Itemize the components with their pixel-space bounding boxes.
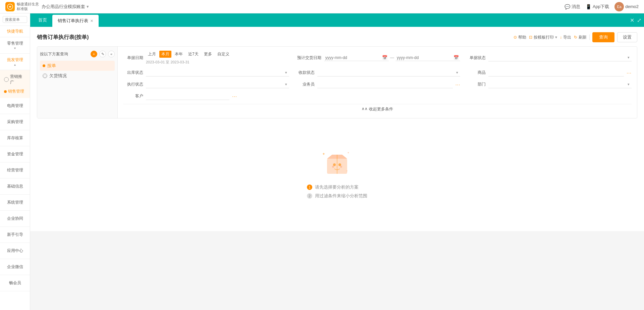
active-dot-icon xyxy=(4,90,7,93)
chevron-down-icon: ▾ xyxy=(87,4,89,9)
app-download-btn[interactable]: 📱 App下载 xyxy=(586,4,609,10)
svg-point-4 xyxy=(338,163,341,166)
message-btn[interactable]: 💬 消息 xyxy=(565,4,580,10)
add-scheme-btn[interactable]: + xyxy=(91,51,97,57)
header-left: 畅捷通好生意 标准版 办公用品行业模拟账套 ▾ xyxy=(5,2,89,11)
filter-row-4: 客户 ··· xyxy=(123,92,632,100)
retail-label: 零售管理 xyxy=(7,41,23,46)
avatar: Ea xyxy=(614,2,624,11)
svg-point-3 xyxy=(333,163,336,166)
customer-input[interactable] xyxy=(146,92,229,100)
delivery-start-input[interactable] xyxy=(325,55,381,60)
execution-label: 执行状态 xyxy=(123,82,143,87)
salesperson-input[interactable] xyxy=(317,81,453,88)
sidebar: 快捷导航 零售管理 ▾ 批发管理 ▴ 营销推广 销售管理 电商管理 采购管理 xyxy=(0,13,30,310)
logo-area: 畅捷通好生意 标准版 xyxy=(5,2,39,11)
sidebar-sub-wholesale: 营销推广 销售管理 xyxy=(0,70,30,98)
search-input[interactable] xyxy=(3,16,27,23)
page-actions: ⊙ 帮助 ⊡ 按模板打印 ▾ ↓ 导出 ↻ xyxy=(514,32,637,42)
sidebar-nav-btn[interactable]: 快捷导航 xyxy=(0,26,30,37)
date-tab-custom[interactable]: 自定义 xyxy=(215,51,231,58)
help-icon: ⊙ xyxy=(514,35,517,40)
customer-more-icon[interactable]: ··· xyxy=(232,94,237,99)
filter-left-icons: + ✎ « xyxy=(91,51,115,57)
logo-icon xyxy=(5,2,15,11)
sidebar-item-vip[interactable]: 畅会员 xyxy=(0,275,30,291)
goods-label: 商品 xyxy=(466,70,486,75)
print-chevron-icon: ▾ xyxy=(555,35,557,40)
filter-field-payment: 收款状态 ▾ xyxy=(294,69,461,76)
salesperson-label: 业务员 xyxy=(294,82,315,87)
filter-scheme-panel: 按以下方案查询 + ✎ « 按单 ◯ xyxy=(37,47,118,118)
circle-icon xyxy=(4,77,9,82)
delivery-end-input[interactable] xyxy=(397,55,452,60)
sidebar-item-ecommerce[interactable]: 电商管理 xyxy=(0,98,30,114)
filter-fields-panel: 单据日期 上月 本月 本年 近7天 更多 自定义 xyxy=(118,47,637,118)
sidebar-item-finance[interactable]: 资金管理 xyxy=(0,146,30,162)
sidebar-item-retail[interactable]: 零售管理 ▾ xyxy=(0,37,30,54)
tab-sales-order[interactable]: 销售订单执行表 ✕ xyxy=(52,15,99,27)
empty-tip-1: 1 请先选择要分析的方案 xyxy=(307,184,367,190)
delivery-date-range: 📅 — 📅 xyxy=(324,54,461,61)
date-tab-this-month[interactable]: 本月 xyxy=(159,51,171,58)
settings-button[interactable]: 设置 xyxy=(617,32,637,42)
collapse-up-icon: ∧∧ xyxy=(362,106,368,112)
refresh-btn[interactable]: ↻ 刷新 xyxy=(574,35,587,40)
user-menu[interactable]: Ea demo2 xyxy=(614,2,639,11)
delivery-date-start[interactable]: 📅 xyxy=(324,54,389,61)
date-tab-last-month[interactable]: 上月 xyxy=(146,51,158,58)
sidebar-item-sales[interactable]: 销售管理 xyxy=(3,87,27,96)
svg-text:✦: ✦ xyxy=(345,169,348,173)
payment-label: 收款状态 xyxy=(294,70,315,75)
svg-text:✦: ✦ xyxy=(347,151,350,154)
sidebar-item-inventory[interactable]: 库存核算 xyxy=(0,130,30,146)
filter-left-header: 按以下方案查询 + ✎ « xyxy=(40,51,115,57)
sidebar-item-operation[interactable]: 经营管理 xyxy=(0,162,30,178)
scheme-title: 按以下方案查询 xyxy=(40,51,68,57)
download-icon: 📱 xyxy=(586,4,591,9)
payment-select[interactable]: ▾ xyxy=(317,69,461,76)
department-select[interactable]: ▾ xyxy=(488,81,632,88)
salesperson-more-icon[interactable]: ··· xyxy=(455,82,461,87)
delivery-date-end[interactable]: 📅 xyxy=(395,54,460,61)
collapse-scheme-btn[interactable]: « xyxy=(108,51,115,57)
tab-bar: 首页 销售订单执行表 ✕ ✕ ⤢ xyxy=(30,13,644,27)
sidebar-item-wholesale[interactable]: 批发管理 ▴ xyxy=(0,54,30,70)
goods-input[interactable] xyxy=(488,69,624,76)
scheme-item-by-debt[interactable]: ◯ 欠货情况 xyxy=(40,71,115,81)
help-btn[interactable]: ⊙ 帮助 xyxy=(514,35,526,40)
filter-panel: 按以下方案查询 + ✎ « 按单 ◯ xyxy=(37,46,637,118)
date-tab-this-year[interactable]: 本年 xyxy=(173,51,185,58)
date-tab-more[interactable]: 更多 xyxy=(202,51,214,58)
calendar-start-icon[interactable]: 📅 xyxy=(382,55,387,60)
shipment-select[interactable]: ▾ xyxy=(146,69,289,76)
tab-expand-icon[interactable]: ⤢ xyxy=(637,17,641,23)
sidebar-item-purchase[interactable]: 采购管理 xyxy=(0,114,30,130)
print-btn[interactable]: ⊡ 按模板打印 ▾ xyxy=(529,35,557,40)
order-status-select[interactable]: ▾ xyxy=(488,54,632,61)
sidebar-item-system[interactable]: 系统管理 xyxy=(0,195,30,211)
collapse-bar[interactable]: ∧∧ 收起更多条件 xyxy=(123,104,632,114)
filter-field-customer: 客户 ··· xyxy=(123,92,237,100)
sidebar-item-basic[interactable]: 基础信息 xyxy=(0,178,30,195)
tab-home[interactable]: 首页 xyxy=(33,13,52,27)
tab-close-icon[interactable]: ✕ xyxy=(90,19,93,23)
query-button[interactable]: 查询 xyxy=(592,32,614,42)
filter-row-3: 执行状态 ▾ 业务员 ··· xyxy=(123,81,632,88)
export-btn[interactable]: ↓ 导出 xyxy=(560,35,571,40)
app-selector[interactable]: 办公用品行业模拟账套 ▾ xyxy=(42,4,89,10)
date-tab-7days[interactable]: 近7天 xyxy=(186,51,201,58)
tab-minimize-icon[interactable]: ✕ xyxy=(630,17,634,23)
tab-bar-actions: ✕ ⤢ xyxy=(630,17,641,23)
scheme-item-by-order[interactable]: 按单 xyxy=(40,61,115,71)
sidebar-item-appstore[interactable]: 应用中心 xyxy=(0,243,30,259)
sidebar-item-enterprise[interactable]: 企业协同 xyxy=(0,211,30,227)
sidebar-item-wechat[interactable]: 企业微信 xyxy=(0,259,30,275)
edit-scheme-btn[interactable]: ✎ xyxy=(99,51,106,57)
calendar-end-icon[interactable]: 📅 xyxy=(453,55,459,60)
goods-more-icon[interactable]: ··· xyxy=(627,70,632,75)
top-header: 畅捷通好生意 标准版 办公用品行业模拟账套 ▾ 💬 消息 📱 App下载 Ea … xyxy=(0,0,644,13)
sidebar-item-newbie[interactable]: 新手引导 xyxy=(0,227,30,243)
execution-select[interactable]: ▾ xyxy=(146,81,289,88)
sidebar-item-marketing[interactable]: 营销推广 xyxy=(3,72,27,87)
